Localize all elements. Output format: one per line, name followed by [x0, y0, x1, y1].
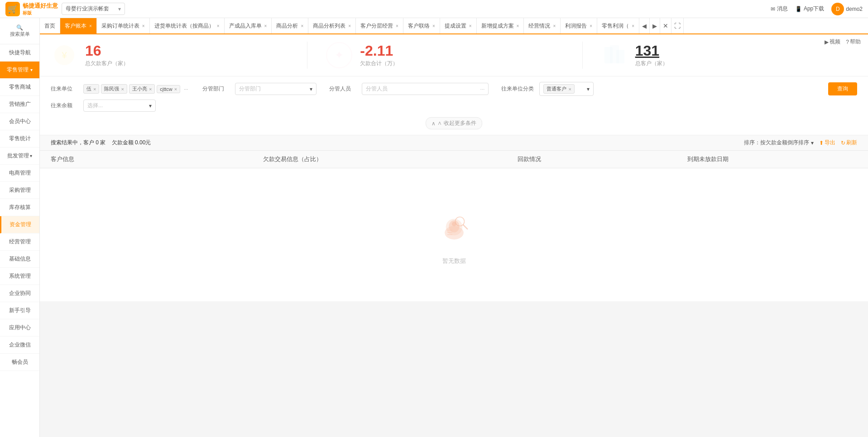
sort-select[interactable]: 排序：按欠款金额倒序排序 ▾ [744, 139, 814, 147]
tab-close-product-analysis[interactable]: × [301, 24, 303, 28]
app-download-btn[interactable]: 📱 App下载 [795, 5, 824, 13]
brand-name: 畅捷通好生意 标版 [23, 2, 58, 16]
video-btn[interactable]: ▶ 视频 [825, 38, 840, 46]
tab-close-customer-capital[interactable]: × [89, 24, 92, 28]
filter-row-2: 往来余额 选择... ▾ [51, 100, 857, 112]
filter-tag-unit2[interactable]: 陈民强 × [101, 84, 127, 94]
export-icon: ⬆ [819, 140, 824, 146]
sidebar-item-enterprise-coop[interactable]: 企业协同 [0, 285, 39, 302]
export-btn[interactable]: ⬆ 导出 [819, 139, 835, 147]
filter-tag-unit3[interactable]: 王小亮 × [129, 84, 155, 94]
sidebar-item-marketing[interactable]: 营销推广 [0, 96, 39, 113]
sidebar-item-new-guide[interactable]: 新手引导 [0, 302, 39, 319]
tab-close-customer-contact[interactable]: × [432, 24, 435, 28]
tab-product-analysis-list[interactable]: 商品分析列表 × [308, 18, 356, 33]
sidebar-item-retail-mall[interactable]: 零售商城 [0, 79, 39, 96]
person-filter-select[interactable]: 分管人员 ··· [362, 83, 489, 95]
filter-section: 往来单位 伍 × 陈民强 × 王小亮 × [40, 76, 868, 135]
tab-customer-contact[interactable]: 客户联络 × [403, 18, 440, 33]
tab-retail-profit[interactable]: 零售利润（ × [597, 18, 639, 33]
unit-type-tag[interactable]: 普通客户 × [543, 84, 574, 94]
sidebar-item-premium-member[interactable]: 畅会员 [0, 354, 39, 371]
sidebar-search-area: 🔍 搜索菜单 [0, 18, 39, 44]
tab-customer-seg[interactable]: 客户分层经营 × [356, 18, 403, 33]
help-btn[interactable]: ? 帮助 [846, 38, 861, 46]
collapse-icon: ∧ [432, 120, 436, 127]
chevron-icon: ▾ [30, 67, 33, 72]
sidebar-item-retail-stats[interactable]: 零售统计 [0, 130, 39, 147]
tab-close-retail-profit[interactable]: × [632, 24, 634, 28]
sidebar-item-ecommerce[interactable]: 电商管理 [0, 165, 39, 182]
balance-select[interactable]: 选择... ▾ [83, 100, 156, 112]
results-info: 搜索结果中，客户 0 家 欠款金额 0.00元 [51, 139, 151, 147]
tag-close-unit1[interactable]: × [93, 86, 96, 92]
brand-logo[interactable]: 🛒 畅捷通好生意 标版 [5, 2, 58, 16]
tab-close-new-promotion[interactable]: × [517, 24, 519, 28]
dept-filter-label: 分管部门 [202, 85, 230, 93]
empty-text: 暂无数据 [442, 257, 466, 265]
tab-close-all-btn[interactable]: ✕ [660, 18, 671, 33]
stat-number-all-customers: 131 [635, 43, 846, 58]
dept-filter-select[interactable]: 分管部门 ▾ [235, 83, 317, 95]
stat-value-all-customers: 131 总客户（家） [635, 43, 846, 67]
tab-promotion-settings[interactable]: 提成设置 × [440, 18, 477, 33]
balance-label: 往来余额 [51, 102, 78, 109]
sidebar-item-basic-info[interactable]: 基础信息 [0, 251, 39, 268]
unit-type-tag-close[interactable]: × [568, 86, 571, 92]
store-selector[interactable]: 母婴行业演示帐套 ▾ [62, 3, 125, 15]
tag-close-unit2[interactable]: × [121, 86, 124, 92]
filter-tag-unit1[interactable]: 伍 × [83, 84, 99, 94]
tab-profit-report[interactable]: 利润报告 × [561, 18, 597, 33]
table-header: 客户信息 欠款交易信息（占比） 回款情况 到期未放款日期 [40, 151, 868, 168]
tag-close-unit4[interactable]: × [174, 86, 177, 92]
tab-prev-btn[interactable]: ◀ [639, 18, 650, 33]
tab-close-customer-seg[interactable]: × [396, 24, 398, 28]
tab-close-promotion[interactable]: × [469, 24, 472, 28]
filter-row-1: 往来单位 伍 × 陈民强 × 王小亮 × [51, 82, 857, 96]
sidebar-item-app-center[interactable]: 应用中心 [0, 319, 39, 337]
refresh-btn[interactable]: ↻ 刷新 [841, 139, 857, 147]
tab-close-stock[interactable]: × [217, 24, 220, 28]
tab-close-product-analysis-list[interactable]: × [348, 24, 351, 28]
filter-tag-unit4[interactable]: cjttcw × [157, 85, 180, 93]
search-menu-btn[interactable]: 🔍 搜索菜单 [4, 23, 36, 39]
tab-close-product-in[interactable]: × [264, 24, 267, 28]
sidebar-item-inventory[interactable]: 库存核算 [0, 199, 39, 216]
col-header-date: 到期未放款日期 [687, 155, 857, 163]
tab-customer-capital[interactable]: 客户账本 × [60, 18, 97, 33]
user-avatar-area[interactable]: D demo2 [831, 3, 863, 15]
tab-product-in[interactable]: 产成品入库单 × [225, 18, 272, 33]
tag-close-unit3[interactable]: × [149, 86, 152, 92]
tab-product-analysis[interactable]: 商品分析 × [272, 18, 308, 33]
stat-number-customers: 16 [85, 43, 296, 58]
query-button[interactable]: 查询 [828, 82, 857, 95]
svg-line-12 [463, 225, 467, 229]
sidebar-item-system[interactable]: 系统管理 [0, 268, 39, 285]
tab-stock-stats[interactable]: 进货单统计表（按商品） × [150, 18, 225, 33]
sidebar-item-membership[interactable]: 会员中心 [0, 113, 39, 130]
collapse-row: ∧ ∧ 收起更多条件 [51, 115, 857, 129]
tab-fullscreen-btn[interactable]: ⛶ [671, 18, 684, 33]
tab-new-promotion[interactable]: 新增提成方案 × [477, 18, 524, 33]
stat-label-customers: 总欠款客户（家） [85, 60, 296, 67]
sidebar-item-finance[interactable]: 资金管理 [0, 216, 39, 233]
sidebar-item-enterprise-wechat[interactable]: 企业微信 [0, 337, 39, 354]
sidebar-item-wholesale[interactable]: 批发管理 ▾ [0, 147, 39, 165]
svg-text:¥: ¥ [61, 50, 67, 60]
tab-ops-status[interactable]: 经营情况 × [524, 18, 561, 33]
results-actions: 排序：按欠款金额倒序排序 ▾ ⬆ 导出 ↻ 刷新 [744, 139, 857, 147]
tab-purchase-order-stats[interactable]: 采购订单统计表 × [97, 18, 150, 33]
tab-close-profit[interactable]: × [590, 24, 592, 28]
sidebar-item-retail-mgmt[interactable]: 零售管理 ▾ [0, 62, 39, 79]
collapse-btn[interactable]: ∧ ∧ 收起更多条件 [426, 117, 482, 129]
tab-next-btn[interactable]: ▶ [650, 18, 660, 33]
tab-home[interactable]: 首页 [40, 18, 60, 33]
unit-type-select[interactable]: 普通客户 × ▾ [539, 82, 594, 96]
filter-tags-more[interactable]: ··· [182, 86, 190, 93]
tab-close-ops[interactable]: × [553, 24, 556, 28]
sidebar-shortcut-nav[interactable]: 快捷导航 [0, 44, 39, 62]
message-btn[interactable]: ✉ 消息 [771, 5, 788, 13]
tab-close-purchase-order[interactable]: × [142, 24, 145, 28]
sidebar-item-purchase[interactable]: 采购管理 [0, 182, 39, 199]
sidebar-item-operations[interactable]: 经营管理 [0, 233, 39, 251]
